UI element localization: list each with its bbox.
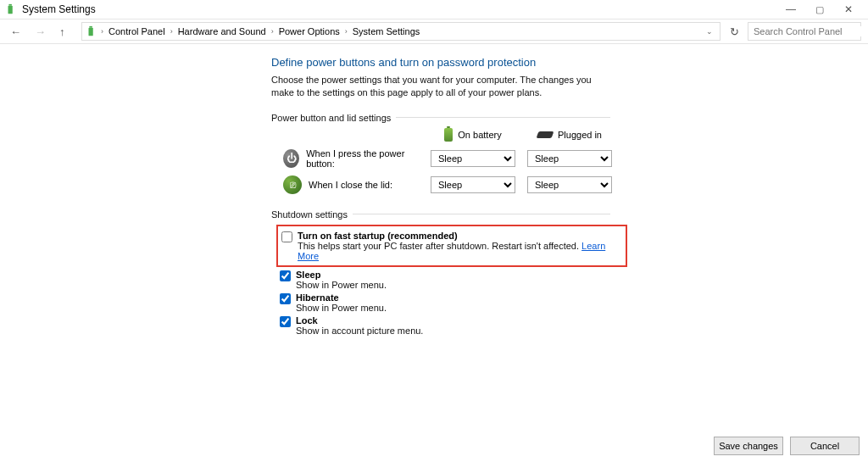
search-box[interactable]: 🔍 <box>748 22 861 41</box>
lid-icon: ⎚ <box>283 175 302 194</box>
power-button-battery-select[interactable]: Sleep <box>431 150 515 167</box>
row-power-button: ⏻ When I press the power button: <box>283 148 419 169</box>
save-button[interactable]: Save changes <box>714 437 783 455</box>
fast-startup-highlight: Turn on fast startup (recommended) This … <box>276 225 627 267</box>
fast-startup-checkbox[interactable] <box>281 231 292 242</box>
refresh-button[interactable]: ↻ <box>726 25 743 38</box>
column-label: Plugged in <box>558 130 602 140</box>
content-area: Define power buttons and turn on passwor… <box>0 44 868 336</box>
option-lock: Lock Show in account picture menu. <box>280 315 610 336</box>
option-hibernate: Hibernate Show in Power menu. <box>280 292 610 313</box>
option-title: Sleep <box>296 270 387 280</box>
power-button-icon: ⏻ <box>283 149 299 168</box>
svg-rect-1 <box>8 4 12 6</box>
option-title: Lock <box>296 315 423 326</box>
battery-app-icon <box>5 3 17 15</box>
titlebar: System Settings — ▢ ✕ <box>0 0 868 19</box>
forward-button[interactable]: → <box>35 25 46 38</box>
option-title: Hibernate <box>296 292 387 303</box>
column-label: On battery <box>458 130 501 140</box>
row-close-lid: ⎚ When I close the lid: <box>283 175 419 194</box>
hibernate-checkbox[interactable] <box>280 293 291 304</box>
lid-plugged-select[interactable]: Sleep <box>527 176 612 193</box>
option-desc: This helps start your PC faster after sh… <box>298 241 622 261</box>
option-sleep: Sleep Show in Power menu. <box>280 270 610 290</box>
footer: Save changes Cancel <box>0 437 860 455</box>
breadcrumb-item[interactable]: Power Options <box>274 26 345 36</box>
option-desc-text: This helps start your PC faster after sh… <box>298 241 581 251</box>
section-label: Shutdown settings <box>271 209 348 220</box>
sleep-checkbox[interactable] <box>280 270 291 281</box>
row-label-text: When I close the lid: <box>309 180 392 190</box>
minimize-button[interactable]: — <box>776 3 805 15</box>
option-desc: Show in account picture menu. <box>296 326 423 336</box>
option-title: Turn on fast startup (recommended) <box>298 231 622 241</box>
battery-icon <box>86 25 97 37</box>
up-button[interactable]: ↑ <box>59 25 65 38</box>
page-description: Choose the power settings that you want … <box>271 74 602 99</box>
svg-rect-2 <box>89 28 93 36</box>
lock-checkbox[interactable] <box>280 316 291 327</box>
svg-rect-0 <box>8 6 13 14</box>
window-title: System Settings <box>22 3 96 15</box>
maximize-button[interactable]: ▢ <box>805 4 834 15</box>
cancel-button[interactable]: Cancel <box>790 437 860 455</box>
column-plugged-in: Plugged in <box>527 130 612 140</box>
section-power-lid-header: Power button and lid settings <box>271 113 610 123</box>
option-fast-startup: Turn on fast startup (recommended) This … <box>281 231 622 261</box>
search-input[interactable] <box>754 26 868 36</box>
battery-icon <box>444 128 453 142</box>
breadcrumb-item[interactable]: Hardware and Sound <box>173 26 271 36</box>
address-bar[interactable]: › Control Panel › Hardware and Sound › P… <box>81 22 721 41</box>
lid-battery-select[interactable]: Sleep <box>431 176 515 193</box>
page-title: Define power buttons and turn on passwor… <box>271 56 610 69</box>
option-desc: Show in Power menu. <box>296 303 387 313</box>
section-label: Power button and lid settings <box>271 113 391 123</box>
svg-rect-3 <box>89 26 92 28</box>
address-dropdown-icon[interactable]: ⌄ <box>703 27 716 36</box>
plug-icon <box>537 131 554 138</box>
breadcrumb-item[interactable]: Control Panel <box>103 26 170 36</box>
breadcrumb-item[interactable]: System Settings <box>348 26 425 36</box>
back-button[interactable]: ← <box>10 25 21 38</box>
navbar: ← → ↑ › Control Panel › Hardware and Sou… <box>0 19 868 44</box>
section-shutdown-header: Shutdown settings <box>271 209 610 220</box>
power-lid-grid: On battery Plugged in ⏻ When I press the… <box>283 128 610 194</box>
power-button-plugged-select[interactable]: Sleep <box>527 150 612 167</box>
column-on-battery: On battery <box>431 128 515 142</box>
close-button[interactable]: ✕ <box>834 3 863 15</box>
row-label-text: When I press the power button: <box>306 148 419 169</box>
option-desc: Show in Power menu. <box>296 280 387 290</box>
